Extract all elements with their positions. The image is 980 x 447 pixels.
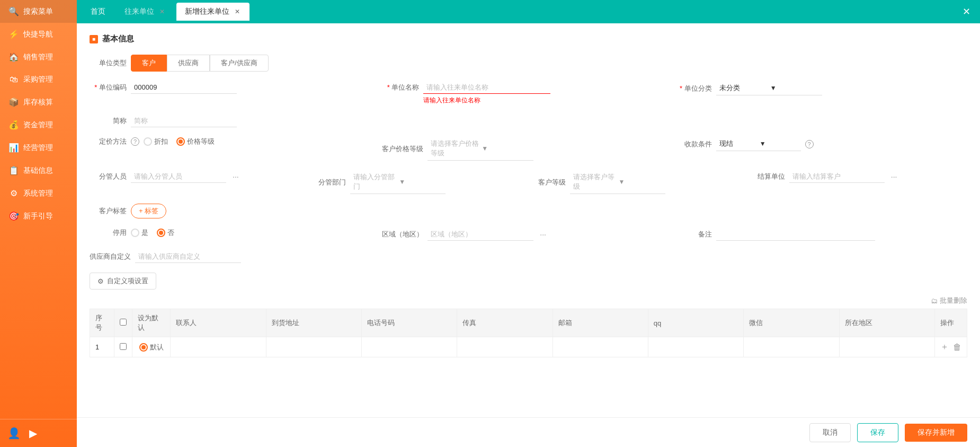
save-new-button[interactable]: 保存并新增 <box>905 424 967 442</box>
unit-code-input[interactable] <box>131 81 237 94</box>
unit-name-input[interactable] <box>423 81 550 94</box>
sidebar-item-inventory[interactable]: 📦 库存核算 <box>0 91 77 113</box>
department-placeholder: 请输入分管部门 <box>353 172 397 191</box>
customer-level-label: 客户等级 <box>529 178 566 187</box>
window-close-button[interactable]: ✕ <box>958 4 975 20</box>
tab-new-unit-close[interactable]: ✕ <box>234 7 241 16</box>
save-button[interactable]: 保存 <box>857 423 898 442</box>
unit-type-customer[interactable]: 客户 <box>131 55 167 72</box>
sales-icon: 🏠 <box>8 52 19 62</box>
basic-icon: 📋 <box>8 165 19 176</box>
col-action: 操作 <box>934 309 967 337</box>
tab-units-label: 往来单位 <box>124 7 154 16</box>
region-more[interactable]: ··· <box>538 230 548 239</box>
unit-name-label: 单位名称 <box>382 83 419 92</box>
unit-type-both[interactable]: 客户/供应商 <box>210 55 269 72</box>
radio-price-level[interactable]: 价格等级 <box>176 137 215 146</box>
sidebar-item-system[interactable]: ⚙ 系统管理 <box>0 182 77 205</box>
user-icon[interactable]: 👤 <box>5 425 23 442</box>
unit-category-select[interactable]: 未分类 ▼ <box>716 81 822 95</box>
supplier-custom-label: 供应商自定义 <box>90 252 131 261</box>
manager-input[interactable] <box>131 170 226 183</box>
tab-bar: 首页 往来单位 ✕ 新增往来单位 ✕ ✕ <box>77 0 980 23</box>
customer-price-group: 客户价格等级 请选择客户价格等级 ▼ <box>382 137 674 161</box>
wechat-input[interactable] <box>749 343 833 351</box>
region-label: 区域（地区） <box>382 230 423 239</box>
region-input[interactable] <box>427 228 533 241</box>
unit-type-supplier[interactable]: 供应商 <box>167 55 210 72</box>
row-region-input[interactable] <box>845 343 929 351</box>
row-actions: ＋ 🗑 <box>940 341 961 353</box>
payment-help-icon[interactable]: ? <box>805 140 814 148</box>
tab-new-unit[interactable]: 新增往来单位 ✕ <box>176 3 250 21</box>
batch-delete-icon: 🗂 <box>931 297 938 305</box>
sidebar-label-finance: 资金管理 <box>23 120 53 130</box>
supplier-custom-row: 供应商自定义 <box>90 250 967 263</box>
row-checkbox[interactable] <box>120 343 127 350</box>
sidebar-item-newbie[interactable]: 🎯 新手引导 <box>0 205 77 227</box>
region-group: 区域（地区） ··· <box>382 228 674 241</box>
settlement-input[interactable] <box>789 170 885 183</box>
address-input[interactable] <box>272 343 356 351</box>
sidebar-label-purchase: 采购管理 <box>23 75 53 84</box>
select-all-checkbox[interactable] <box>120 319 127 326</box>
customer-price-select[interactable]: 请选择客户价格等级 ▼ <box>427 137 533 161</box>
add-tag-button[interactable]: + 标签 <box>131 204 166 218</box>
sidebar-item-shortcut[interactable]: ⚡ 快捷导航 <box>0 23 77 46</box>
manager-more[interactable]: ··· <box>230 172 241 181</box>
tab-home[interactable]: 首页 <box>82 3 114 21</box>
fax-input[interactable] <box>462 343 547 351</box>
unit-type-group: 单位类型 客户 供应商 客户/供应商 <box>90 55 967 72</box>
email-input[interactable] <box>558 343 643 351</box>
custom-settings-button[interactable]: ⚙ 自定义项设置 <box>90 273 156 290</box>
phone-input[interactable] <box>367 343 451 351</box>
sidebar-item-sales[interactable]: 🏠 销售管理 <box>0 46 77 68</box>
department-select[interactable]: 请输入分管部门 ▼ <box>350 170 446 194</box>
add-row-icon[interactable]: ＋ <box>940 341 949 353</box>
radio-no[interactable]: 否 <box>157 228 174 238</box>
payment-terms-value: 现结 <box>719 139 758 148</box>
tab-units-close[interactable]: ✕ <box>158 7 166 16</box>
unit-code-label: 单位编码 <box>90 83 127 92</box>
row-default-radio[interactable]: 默认 <box>138 343 165 352</box>
pricing-radio-group: 折扣 价格等级 <box>144 137 215 146</box>
custom-settings-label: 自定义项设置 <box>107 276 148 286</box>
search-icon: 🔍 <box>8 6 19 16</box>
manager-label: 分管人员 <box>90 172 127 181</box>
cell-wechat <box>744 337 839 357</box>
settlement-more[interactable]: ··· <box>889 172 899 181</box>
radio-discount[interactable]: 折扣 <box>144 137 168 146</box>
sidebar-label-system: 系统管理 <box>23 189 53 198</box>
batch-delete-area[interactable]: 🗂 批量删除 <box>90 296 967 305</box>
payment-terms-select[interactable]: 现结 ▼ <box>716 137 801 151</box>
col-checkbox <box>114 309 132 337</box>
sidebar-item-basic[interactable]: 📋 基础信息 <box>0 159 77 182</box>
tab-units[interactable]: 往来单位 ✕ <box>116 3 174 21</box>
code-name-category-row: 单位编码 单位名称 请输入往来单位名称 单位分类 未分类 ▼ <box>90 81 967 105</box>
cancel-button[interactable]: 取消 <box>809 423 851 442</box>
expand-icon[interactable]: ▶ <box>27 425 39 442</box>
pricing-help-icon[interactable]: ? <box>131 137 139 146</box>
delete-row-icon[interactable]: 🗑 <box>953 343 961 352</box>
cell-actions: ＋ 🗑 <box>934 337 967 357</box>
radio-yes[interactable]: 是 <box>131 228 148 238</box>
short-name-input[interactable] <box>131 115 237 127</box>
department-label: 分管部门 <box>309 178 346 187</box>
sidebar-label-sales: 销售管理 <box>23 52 53 62</box>
sidebar-item-operations[interactable]: 📊 经营管理 <box>0 136 77 159</box>
col-email: 邮箱 <box>553 309 648 337</box>
supplier-custom-input[interactable] <box>135 250 241 263</box>
sidebar-bottom: 👤 ▶ <box>0 419 77 447</box>
sidebar-item-finance[interactable]: 💰 资金管理 <box>0 113 77 136</box>
col-wechat: 微信 <box>744 309 839 337</box>
customer-level-select[interactable]: 请选择客户等级 ▼ <box>570 170 665 194</box>
col-no: 序号 <box>90 309 114 337</box>
table-row: 1 默认 <box>90 337 967 357</box>
sidebar-item-search[interactable]: 🔍 搜索菜单 <box>0 0 77 23</box>
unit-category-value: 未分类 <box>719 83 768 93</box>
tag-row: 客户标签 + 标签 <box>90 204 967 218</box>
sidebar-item-purchase[interactable]: 🛍 采购管理 <box>0 68 77 91</box>
contact-input[interactable] <box>176 343 260 351</box>
notes-input[interactable] <box>716 228 875 241</box>
qq-input[interactable] <box>654 343 738 351</box>
